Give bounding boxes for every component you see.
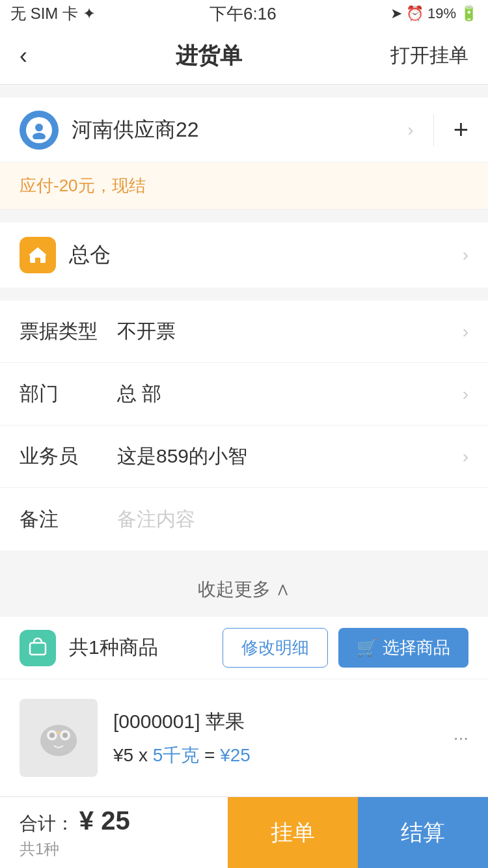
supplier-name: 河南供应商22 (72, 116, 407, 144)
total-count: 共1种 (20, 839, 208, 860)
product-actions: 修改明细 🛒 选择商品 (223, 628, 468, 668)
notice-bar: 应付-20元，现结 (0, 163, 488, 210)
warehouse-name: 总仓 (69, 241, 463, 269)
hang-order-button[interactable]: 挂单 (228, 797, 358, 869)
status-left: 无 SIM 卡 ✦ (10, 3, 96, 24)
total-section: 合计： ¥ 25 共1种 (0, 806, 228, 860)
collapse-row[interactable]: 收起更多 ∧ (0, 563, 488, 616)
svg-marker-3 (29, 247, 47, 255)
supplier-actions: › + (407, 114, 468, 146)
chevron-right-icon: › (463, 245, 468, 265)
nav-bar: ‹ 进货单 打开挂单 (0, 27, 488, 85)
bottom-bar: 合计： ¥ 25 共1种 挂单 结算 (0, 796, 488, 868)
gap-1 (0, 85, 488, 98)
location-icon: ➤ (390, 5, 402, 22)
form-section: 票据类型 不开票 › 部门 总 部 › 业务员 这是859的小智 › 备注 备注… (0, 301, 488, 550)
svg-point-0 (35, 124, 43, 131)
dept-value: 总 部 (111, 381, 463, 407)
divider (433, 114, 434, 146)
more-options-button[interactable]: ··· (454, 727, 468, 748)
form-row-invoice[interactable]: 票据类型 不开票 › (0, 301, 488, 363)
status-time: 下午6:16 (210, 3, 277, 25)
multiply-sign: x (139, 745, 153, 765)
total-label: 合计： (20, 813, 74, 834)
supplier-section[interactable]: 河南供应商22 › + (0, 98, 488, 163)
product-code: [0000001] (113, 711, 200, 732)
svg-point-9 (49, 733, 55, 738)
chevron-right-icon: › (407, 120, 413, 141)
edit-detail-button[interactable]: 修改明细 (223, 628, 328, 668)
svg-rect-5 (30, 643, 46, 655)
svg-point-6 (40, 725, 77, 756)
invoice-value: 不开票 (111, 318, 463, 345)
form-row-dept[interactable]: 部门 总 部 › (0, 363, 488, 426)
chevron-right-icon: › (463, 446, 468, 467)
svg-rect-4 (35, 258, 40, 263)
salesman-label: 业务员 (20, 443, 111, 470)
chevron-right-icon: › (463, 321, 468, 342)
warehouse-section[interactable]: 总仓 › (0, 223, 488, 288)
page-title: 进货单 (176, 41, 242, 71)
avatar-icon (26, 117, 52, 143)
back-button[interactable]: ‹ (20, 42, 27, 70)
total-row: 合计： ¥ 25 (20, 806, 208, 836)
total-price: ¥25 (220, 745, 251, 765)
battery-icon: 🔋 (460, 5, 478, 22)
chevron-right-icon: › (463, 384, 468, 405)
checkout-button[interactable]: 结算 (358, 797, 488, 869)
supplier-avatar (20, 111, 59, 150)
open-pending-button[interactable]: 打开挂单 (390, 42, 468, 69)
product-thumbnail (20, 699, 98, 777)
product-section-icon (20, 630, 56, 666)
product-count: 共1种商品 (69, 634, 223, 661)
alarm-icon: ⏰ (406, 5, 424, 22)
sim-status: 无 SIM 卡 ✦ (10, 3, 96, 24)
warehouse-icon (20, 237, 56, 273)
form-row-remark[interactable]: 备注 备注内容 (0, 488, 488, 550)
status-bar: 无 SIM 卡 ✦ 下午6:16 ➤ ⏰ 19% 🔋 (0, 0, 488, 27)
add-supplier-button[interactable]: + (454, 115, 468, 144)
salesman-value: 这是859的小智 (111, 443, 463, 470)
remark-input[interactable]: 备注内容 (111, 506, 468, 533)
product-price-row: ¥5 x 5千克 = ¥25 (113, 743, 438, 768)
product-info: [0000001] 苹果 ¥5 x 5千克 = ¥25 (113, 709, 438, 768)
dept-label: 部门 (20, 381, 111, 407)
cart-icon: 🛒 (357, 638, 377, 658)
product-title: 苹果 (206, 711, 245, 732)
status-right: ➤ ⏰ 19% 🔋 (390, 5, 478, 22)
quantity: 5千克 (153, 745, 200, 765)
select-product-button[interactable]: 🛒 选择商品 (338, 628, 468, 668)
select-product-label: 选择商品 (383, 636, 450, 659)
form-row-salesman[interactable]: 业务员 这是859的小智 › (0, 426, 488, 488)
product-item: [0000001] 苹果 ¥5 x 5千克 = ¥25 ··· (0, 679, 488, 796)
equals-sign: = (204, 745, 220, 765)
unit-price: ¥5 (113, 745, 133, 765)
total-amount: ¥ 25 (79, 806, 130, 835)
battery-status: 19% (427, 5, 456, 22)
svg-point-1 (33, 133, 46, 139)
product-header: 共1种商品 修改明细 🛒 选择商品 (0, 617, 488, 679)
svg-point-10 (62, 733, 68, 738)
invoice-label: 票据类型 (20, 318, 111, 345)
collapse-label: 收起更多 ∧ (198, 577, 291, 602)
remark-label: 备注 (20, 506, 111, 533)
product-name: [0000001] 苹果 (113, 709, 438, 735)
